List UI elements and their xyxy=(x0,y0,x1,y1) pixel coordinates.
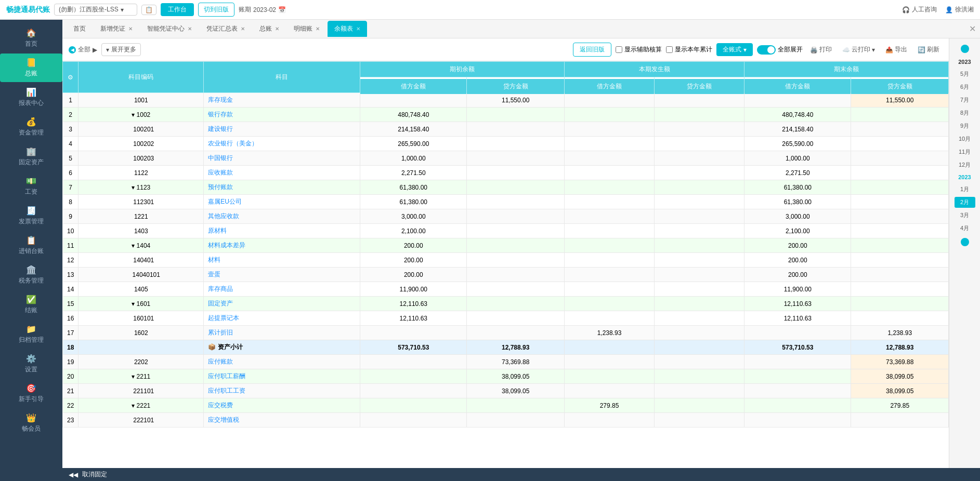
sidebar-item-sales[interactable]: 📋 进销台账 xyxy=(0,231,62,260)
sidebar-item-funds[interactable]: 💰 资金管理 xyxy=(0,113,62,141)
refresh-btn[interactable]: 🔄 刷新 xyxy=(914,43,943,56)
sidebar-item-payroll[interactable]: 💵 工资 xyxy=(0,172,62,201)
month-2-active[interactable]: 2月 xyxy=(955,197,975,208)
panel-toggle-icon[interactable] xyxy=(961,45,969,53)
print-btn[interactable]: 🖨️ 打印 xyxy=(807,43,835,56)
account-name-link[interactable]: 材料成本差异 xyxy=(208,242,245,249)
panel-bottom-icon[interactable] xyxy=(961,238,969,246)
tab-voucher-summary-close[interactable]: ✕ xyxy=(241,26,245,32)
account-name-link[interactable]: 农业银行（美金） xyxy=(208,140,258,147)
breadcrumb-all[interactable]: ◀ 全部 ▶ xyxy=(69,45,97,54)
tab-smart-voucher[interactable]: 智能凭证中心 ✕ xyxy=(140,21,199,37)
account-name[interactable]: 应付账款 xyxy=(204,355,360,369)
old-version-button[interactable]: 切到旧版 xyxy=(198,3,234,17)
tab-smart-voucher-close[interactable]: ✕ xyxy=(188,26,192,32)
tab-balance-close[interactable]: ✕ xyxy=(356,26,360,32)
account-name[interactable]: 原材料 xyxy=(204,224,360,238)
account-name-link[interactable]: 壹蛋 xyxy=(208,271,220,278)
aux-checkbox-input[interactable] xyxy=(616,46,622,53)
account-name[interactable]: 中国银行 xyxy=(204,151,360,166)
account-name-link[interactable]: 应收账款 xyxy=(208,169,233,176)
account-name-link[interactable]: 预付账款 xyxy=(208,183,233,191)
ytd-checkbox-input[interactable] xyxy=(666,46,673,53)
month-1[interactable]: 1月 xyxy=(955,184,975,195)
account-name[interactable]: 应交增值税 xyxy=(204,413,360,427)
account-name-link[interactable]: 嘉属EU公司 xyxy=(208,198,242,205)
month-11[interactable]: 11月 xyxy=(955,146,975,157)
month-6[interactable]: 6月 xyxy=(955,82,975,92)
sidebar-item-tax[interactable]: 🏛️ 税务管理 xyxy=(0,261,62,289)
month-10[interactable]: 10月 xyxy=(955,133,975,144)
sidebar-item-assets[interactable]: 🏢 固定资产 xyxy=(0,142,62,171)
sidebar-item-home[interactable]: 🏠 首页 xyxy=(0,24,62,52)
toggle-switch[interactable] xyxy=(757,45,776,55)
sidebar-item-archive[interactable]: 📁 归档管理 xyxy=(0,320,62,349)
account-name-link[interactable]: 应付职工工资 xyxy=(208,387,245,394)
account-name[interactable]: 银行存款 xyxy=(204,108,360,122)
account-name[interactable]: 固定资产 xyxy=(204,297,360,311)
sidebar-item-close[interactable]: ✅ 结账 xyxy=(0,290,62,319)
account-name-link[interactable]: 原材料 xyxy=(208,227,227,234)
account-name[interactable]: 农业银行（美金） xyxy=(204,137,360,151)
account-name-link[interactable]: 中国银行 xyxy=(208,154,233,162)
tab-new-voucher[interactable]: 新增凭证 ✕ xyxy=(94,21,139,37)
account-name[interactable]: 应交税费 xyxy=(204,398,360,413)
month-12[interactable]: 12月 xyxy=(955,159,975,170)
full-mode-btn[interactable]: 全账式 ▾ xyxy=(716,43,753,56)
tab-balance[interactable]: 余额表 ✕ xyxy=(328,21,367,37)
month-3[interactable]: 3月 xyxy=(955,210,975,221)
account-name-link[interactable]: 应付职工薪酬 xyxy=(208,372,245,380)
account-name[interactable]: 材料成本差异 xyxy=(204,238,360,253)
consult-btn[interactable]: 🎧 人工咨询 xyxy=(902,5,937,14)
account-name-link[interactable]: 应交增值税 xyxy=(208,416,239,423)
account-name[interactable]: 应付职工工资 xyxy=(204,384,360,398)
tab-voucher-summary[interactable]: 凭证汇总表 ✕ xyxy=(200,21,252,37)
account-name[interactable]: 应收账款 xyxy=(204,166,360,180)
account-name-link[interactable]: 库存商品 xyxy=(208,285,233,292)
export-btn[interactable]: 📤 导出 xyxy=(882,43,910,56)
cloud-print-btn[interactable]: ☁️ 云打印 ▾ xyxy=(839,43,878,56)
company-selector[interactable]: (勿删）江西股坐-LSS ▾ xyxy=(54,4,137,16)
th-settings[interactable]: ⚙ xyxy=(63,62,79,93)
account-name[interactable]: 累计折旧 xyxy=(204,326,360,340)
account-name[interactable]: 起提票记本 xyxy=(204,311,360,326)
tab-home[interactable]: 首页 xyxy=(67,21,93,37)
tab-general-ledger-close[interactable]: ✕ xyxy=(275,26,279,32)
account-name-link[interactable]: 建设银行 xyxy=(208,125,233,132)
table-container[interactable]: ⚙ 科目编码 科目 期初余额 本期发生额 期末余额 借方金额 贷方金额 借方金额 xyxy=(62,61,949,468)
user-menu[interactable]: 👤 徐洪湘 xyxy=(945,5,974,14)
show-aux-checkbox[interactable]: 显示辅助核算 xyxy=(616,45,662,54)
month-8[interactable]: 8月 xyxy=(955,108,975,118)
account-name-link[interactable]: 起提票记本 xyxy=(208,314,239,322)
account-name-link[interactable]: 其他应收款 xyxy=(208,212,239,220)
month-4[interactable]: 4月 xyxy=(955,223,975,234)
close-all-tabs[interactable]: ✕ xyxy=(969,24,976,34)
account-name-link[interactable]: 银行存款 xyxy=(208,111,233,118)
sidebar-item-invoice[interactable]: 🧾 发票管理 xyxy=(0,202,62,230)
copy-button[interactable]: 📋 xyxy=(141,5,156,15)
account-name-link[interactable]: 材料 xyxy=(208,256,220,263)
sidebar-item-settings[interactable]: ⚙️ 设置 xyxy=(0,350,62,378)
account-name-link[interactable]: 累计折旧 xyxy=(208,329,233,336)
show-ytd-checkbox[interactable]: 显示本年累计 xyxy=(666,45,712,54)
tab-detail-ledger[interactable]: 明细账 ✕ xyxy=(287,21,326,37)
tab-new-voucher-close[interactable]: ✕ xyxy=(128,26,133,32)
account-name[interactable]: 嘉属EU公司 xyxy=(204,195,360,209)
bottom-label[interactable]: 取消固定 xyxy=(82,470,107,479)
tab-general-ledger[interactable]: 总账 ✕ xyxy=(253,21,286,37)
month-5[interactable]: 5月 xyxy=(955,69,975,79)
account-name[interactable]: 其他应收款 xyxy=(204,209,360,224)
back-old-btn[interactable]: 返回旧版 xyxy=(573,43,611,57)
account-name-link[interactable]: 应付账款 xyxy=(208,358,233,365)
sidebar-item-member[interactable]: 👑 畅会员 xyxy=(0,409,62,437)
account-name[interactable]: 材料 xyxy=(204,253,360,268)
sidebar-item-guide[interactable]: 🎯 新手引导 xyxy=(0,379,62,408)
month-9[interactable]: 9月 xyxy=(955,121,975,131)
account-name[interactable]: 预付账款 xyxy=(204,180,360,195)
account-name-link[interactable]: 固定资产 xyxy=(208,300,233,307)
account-name-link[interactable]: 应交税费 xyxy=(208,402,233,409)
account-name[interactable]: 壹蛋 xyxy=(204,268,360,282)
sidebar-item-ledger[interactable]: 📒 总账 xyxy=(0,54,62,82)
workbench-button[interactable]: 工作台 xyxy=(161,3,194,16)
expand-more-btn[interactable]: ▾ 展开更多 xyxy=(101,43,141,56)
